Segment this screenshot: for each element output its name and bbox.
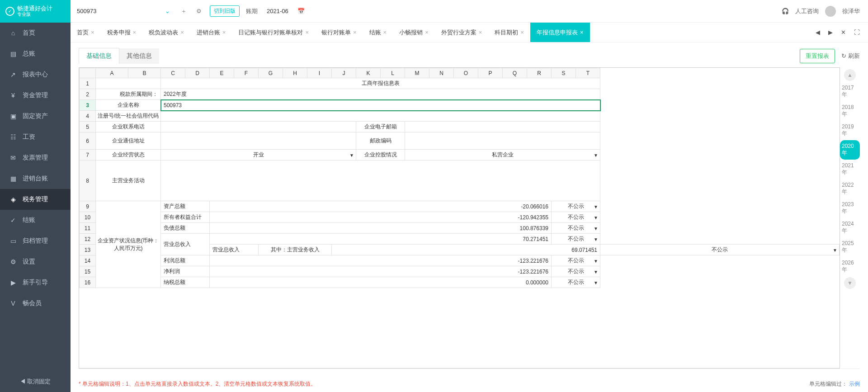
add-icon[interactable]: ＋ [179,7,188,16]
avatar[interactable] [825,6,836,17]
period-label: 账期 [246,7,258,15]
logo-icon: ✓ [5,7,14,16]
logo-name: 畅捷通好会计 [17,5,52,12]
period-value[interactable]: 2021-06 [267,8,288,14]
headset-icon: 🎧 [782,8,789,14]
topbar: ✓ 畅捷通好会计 专业版 500973 ⌄ ＋ ⚙ 切到旧版 账期 2021-0… [0,0,868,23]
logo-edition: 专业版 [17,12,52,17]
old-version-button[interactable]: 切到旧版 [210,5,240,17]
logo: ✓ 畅捷通好会计 专业版 [0,0,71,23]
top-actions: ＋ ⚙ 切到旧版 账期 2021-06 📅 [175,5,309,17]
consult-link[interactable]: 人工咨询 [795,7,819,15]
chevron-down-icon: ⌄ [165,8,170,14]
gear-icon[interactable]: ⚙ [194,7,203,16]
company-select[interactable]: 500973 ⌄ [71,8,175,14]
top-right: 🎧 人工咨询 徐泽华 [782,6,868,17]
company-name: 500973 [77,8,96,14]
user-name[interactable]: 徐泽华 [842,7,860,15]
calendar-icon[interactable]: 📅 [297,8,305,14]
